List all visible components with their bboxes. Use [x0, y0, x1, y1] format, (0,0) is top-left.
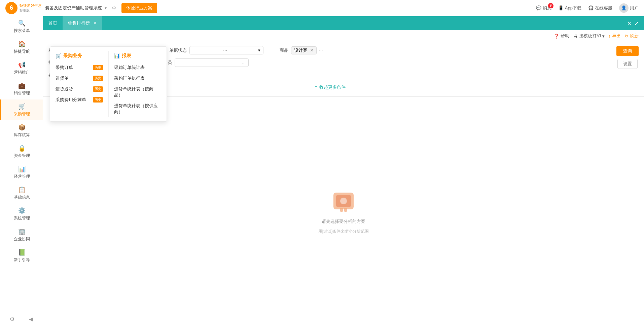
goods-receipt-stats-by-goods[interactable]: 进货单统计表（按商品） [113, 84, 163, 100]
page-content: ❓ 帮助 🖨 按模板打印 ▾ ↑ 导出 ↻ [43, 30, 644, 325]
goods-dots[interactable]: ··· [319, 48, 323, 53]
sidebar-item-quick-nav[interactable]: 🏠 快捷导航 [0, 37, 43, 58]
sidebar-inventory-label: 库存核算 [14, 132, 30, 138]
industry-button[interactable]: 体验行业方案 [121, 3, 157, 13]
purchase-expense-history: 历史 [93, 97, 103, 103]
sidebar-item-sales[interactable]: 💼 销售管理 [0, 79, 43, 99]
purchase-order-exec-item[interactable]: 采购订单执行表 [113, 73, 163, 84]
empty-icon [327, 188, 360, 214]
purchase-order-label: 采购订单 [56, 65, 73, 71]
sidebar-item-enterprise[interactable]: 🏢 企业协同 [0, 225, 43, 245]
goods-receipt-item[interactable]: 进货单 历史 [54, 73, 104, 84]
sidebar-system-label: 系统管理 [14, 215, 30, 221]
purchase-order-stats-item[interactable]: 采购订单统计表 [113, 62, 163, 73]
help-icon: ❓ [554, 34, 559, 39]
settings-button[interactable]: 设置 [617, 59, 638, 69]
purchase-expense-item[interactable]: 采购费用分摊单 历史 [54, 94, 104, 105]
filter-doc-status-item: 单据状态 ··· ▾ [169, 46, 263, 54]
salesperson-select[interactable]: ··· [175, 58, 249, 67]
sidebar-item-search[interactable]: 🔍 搜索菜单 [0, 16, 43, 37]
purchase-icon: 🛒 [18, 103, 26, 110]
top-bar: 6 畅捷通好生意 标准版 装备及固定资产辅助管理系统 ▾ ⚙ 体验行业方案 💬 … [0, 0, 644, 16]
purchase-order-stats-label: 采购订单统计表 [114, 65, 145, 71]
sidebar-collapse-btn[interactable]: ◀ [29, 316, 33, 322]
enterprise-icon: 🏢 [18, 228, 26, 235]
logo-icon: 6 [5, 2, 17, 14]
sidebar-marketing-label: 营销推广 [14, 70, 30, 75]
logo-text: 畅捷通好生意 [20, 3, 42, 8]
tab-bar: 首页 销售排行榜 ✕ ✕ ⤢ [43, 16, 644, 30]
sidebar-search-label: 搜索菜单 [14, 28, 30, 34]
inventory-icon: 📦 [18, 124, 26, 131]
search-icon: 🔍 [18, 19, 26, 27]
user-avatar: 👤 [619, 3, 629, 13]
goods-tag: 设计赛 ✕ [291, 46, 317, 54]
purchase-order-exec-label: 采购订单执行表 [114, 75, 145, 81]
window-expand-btn[interactable]: ⤢ [634, 20, 639, 27]
app-container: 6 畅捷通好生意 标准版 装备及固定资产辅助管理系统 ▾ ⚙ 体验行业方案 💬 … [0, 0, 644, 325]
logo-char: 6 [10, 4, 13, 11]
marketing-icon: 📢 [18, 61, 26, 69]
sidebar-guide-label: 新手引导 [14, 257, 30, 263]
window-close-btn[interactable]: ✕ [627, 20, 632, 27]
sidebar-basic-info-label: 基础信息 [14, 195, 30, 200]
purchase-order-history: 历史 [93, 65, 103, 70]
sidebar-item-basic-info[interactable]: 📋 基础信息 [0, 183, 43, 204]
main-content: 请先选择要分析的方案 用[过滤]条件来缩小分析范围 [43, 97, 644, 325]
system-title-area: 装备及固定资产辅助管理系统 ▾ ⚙ [45, 3, 119, 13]
doc-status-select[interactable]: ··· ▾ [189, 46, 263, 54]
empty-hint-2: 用[过滤]条件来缩小分析范围 [318, 229, 369, 234]
sidebar-item-system[interactable]: ⚙️ 系统管理 [0, 204, 43, 225]
tab-close-btn[interactable]: ✕ [93, 21, 97, 26]
online-service-btn[interactable]: 🎧 在线客服 [588, 5, 612, 11]
print-label: 按模板打印 [579, 33, 601, 39]
filter-goods-item: 商品 设计赛 ✕ ··· [280, 46, 323, 54]
sidebar: 🔍 搜索菜单 🏠 快捷导航 📢 营销推广 💼 销售管理 🛒 采购管 [0, 16, 43, 325]
refresh-btn[interactable]: ↻ 刷新 [625, 33, 639, 39]
content-area: 首页 销售排行榜 ✕ ✕ ⤢ ❓ 帮助 [43, 16, 644, 325]
sidebar-item-operations[interactable]: 📊 经营管理 [0, 162, 43, 183]
sidebar-bottom: ⚙ ◀ [0, 313, 43, 325]
title-dropdown-arrow[interactable]: ▾ [105, 6, 107, 10]
tab-sales-ranking[interactable]: 销售排行榜 ✕ [63, 16, 102, 30]
title-settings-btn[interactable]: ⚙ [109, 3, 119, 13]
sidebar-item-finance[interactable]: 🔒 资金管理 [0, 141, 43, 162]
export-label: 导出 [612, 33, 621, 39]
goods-return-item[interactable]: 进货退货 历史 [54, 84, 104, 94]
system-title-text: 装备及固定资产辅助管理系统 [45, 5, 102, 11]
message-icon: 💬 [536, 5, 541, 10]
user-area[interactable]: 👤 用户 [619, 3, 639, 13]
goods-return-history: 历史 [93, 86, 103, 92]
tab-home[interactable]: 首页 [43, 16, 63, 30]
sidebar-sales-label: 销售管理 [14, 90, 30, 96]
sidebar-item-purchase[interactable]: 🛒 采购管理 [0, 99, 43, 120]
logo-badge: 标准版 [20, 8, 42, 13]
salesperson-dots: ··· [242, 60, 246, 65]
purchase-order-item[interactable]: 采购订单 历史 [54, 62, 104, 73]
message-badge: 9 [548, 3, 553, 8]
finance-icon: 🔒 [18, 145, 26, 152]
sidebar-settings-btn[interactable]: ⚙ [10, 316, 14, 322]
logo-text-area: 畅捷通好生意 标准版 [20, 3, 42, 12]
sidebar-item-inventory[interactable]: 📦 库存核算 [0, 120, 43, 141]
purchase-dropdown-menu: 🛒 采购业务 采购订单 历史 进货单 历史 进货退货 [50, 46, 167, 122]
goods-receipt-stats-by-supplier-label: 进货单统计表（按供应商） [114, 103, 162, 115]
message-btn[interactable]: 💬 消息 9 [536, 5, 551, 11]
goods-tag-remove[interactable]: ✕ [310, 48, 314, 53]
collapse-label: 收起更多条件 [319, 84, 346, 90]
empty-state: 请先选择要分析的方案 用[过滤]条件来缩小分析范围 [318, 188, 369, 234]
help-btn[interactable]: ❓ 帮助 [554, 33, 569, 39]
print-dropdown-icon[interactable]: ▾ [602, 34, 605, 39]
toolbar: ❓ 帮助 🖨 按模板打印 ▾ ↑ 导出 ↻ [43, 30, 644, 42]
query-button[interactable]: 查询 [616, 46, 639, 56]
sidebar-item-guide[interactable]: 📗 新手引导 [0, 245, 43, 266]
export-icon: ↑ [609, 34, 611, 39]
sidebar-item-marketing[interactable]: 📢 营销推广 [0, 58, 43, 79]
export-btn[interactable]: ↑ 导出 [609, 33, 621, 39]
tab-window-controls: ✕ ⤢ [627, 20, 644, 27]
guide-icon: 📗 [18, 249, 26, 256]
doc-status-dots: ··· [223, 48, 227, 53]
print-btn[interactable]: 🖨 按模板打印 ▾ [573, 33, 605, 39]
goods-receipt-stats-by-supplier[interactable]: 进货单统计表（按供应商） [113, 100, 163, 117]
app-download-btn[interactable]: 📱 App下载 [558, 5, 581, 11]
